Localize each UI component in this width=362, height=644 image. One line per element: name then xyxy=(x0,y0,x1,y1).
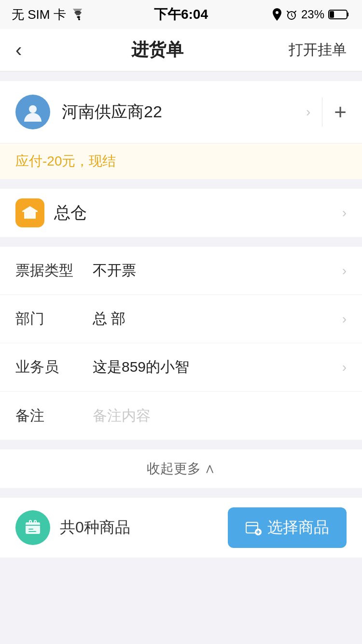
status-bar-time: 下午6:04 xyxy=(154,5,208,24)
wifi-icon xyxy=(71,9,87,20)
remark-input[interactable]: 备注内容 xyxy=(93,406,347,426)
invoice-type-value: 不开票 xyxy=(93,261,342,280)
select-product-label: 选择商品 xyxy=(267,517,329,538)
remark-label: 备注 xyxy=(15,406,93,426)
supplier-chevron-icon: › xyxy=(306,104,310,120)
warehouse-name: 总仓 xyxy=(54,202,342,224)
warehouse-card: 总仓 › xyxy=(0,189,362,237)
notice-row: 应付-20元，现结 xyxy=(0,143,362,179)
supplier-name: 河南供应商22 xyxy=(62,101,306,123)
department-row[interactable]: 部门 总 部 › xyxy=(0,295,362,343)
open-pending-button[interactable]: 打开挂单 xyxy=(289,40,347,60)
page-title: 进货单 xyxy=(131,38,183,62)
supplier-row[interactable]: 河南供应商22 › + xyxy=(0,81,362,143)
department-label: 部门 xyxy=(15,309,93,329)
status-bar-left: 无 SIM 卡 xyxy=(12,6,87,23)
salesperson-label: 业务员 xyxy=(15,357,93,377)
warehouse-row[interactable]: 总仓 › xyxy=(0,189,362,237)
invoice-type-label: 票据类型 xyxy=(15,261,93,280)
department-chevron-icon: › xyxy=(342,311,347,327)
add-button[interactable]: + xyxy=(334,100,347,124)
battery-icon xyxy=(328,9,350,20)
battery-text: 23% xyxy=(301,8,324,21)
nav-bar: ‹ 进货单 打开挂单 xyxy=(0,29,362,71)
alarm-icon xyxy=(286,8,297,21)
collapse-row[interactable]: 收起更多 ∧ xyxy=(0,449,362,488)
empty-area xyxy=(0,558,362,644)
vertical-divider xyxy=(322,98,322,126)
invoice-chevron-icon: › xyxy=(342,263,347,279)
product-count: 共0种商品 xyxy=(60,517,228,538)
warehouse-icon xyxy=(15,198,44,227)
svg-point-4 xyxy=(29,105,37,113)
back-button[interactable]: ‹ xyxy=(15,35,26,65)
carrier-text: 无 SIM 卡 xyxy=(12,6,66,23)
salesperson-value: 这是859的小智 xyxy=(93,357,342,377)
notice-text: 应付-20元，现结 xyxy=(15,154,116,168)
select-product-icon xyxy=(245,519,262,536)
salesperson-chevron-icon: › xyxy=(342,360,347,375)
remark-row[interactable]: 备注 备注内容 xyxy=(0,392,362,440)
svg-rect-5 xyxy=(26,522,40,534)
location-icon xyxy=(272,8,282,21)
svg-rect-3 xyxy=(330,11,334,18)
form-card: 票据类型 不开票 › 部门 总 部 › 业务员 这是859的小智 › 备注 备注… xyxy=(0,247,362,440)
svg-point-0 xyxy=(78,18,80,20)
status-bar-right: 23% xyxy=(272,8,350,21)
invoice-type-row[interactable]: 票据类型 不开票 › xyxy=(0,247,362,295)
supplier-avatar xyxy=(15,95,50,129)
warehouse-chevron-icon: › xyxy=(342,205,347,221)
salesperson-row[interactable]: 业务员 这是859的小智 › xyxy=(0,343,362,392)
select-product-button[interactable]: 选择商品 xyxy=(228,507,347,548)
collapse-label: 收起更多 ∧ xyxy=(147,460,216,478)
product-icon xyxy=(15,510,50,545)
status-bar: 无 SIM 卡 下午6:04 23% xyxy=(0,0,362,29)
supplier-card: 河南供应商22 › + 应付-20元，现结 xyxy=(0,81,362,179)
department-value: 总 部 xyxy=(93,309,342,329)
product-bar: 共0种商品 选择商品 xyxy=(0,498,362,558)
